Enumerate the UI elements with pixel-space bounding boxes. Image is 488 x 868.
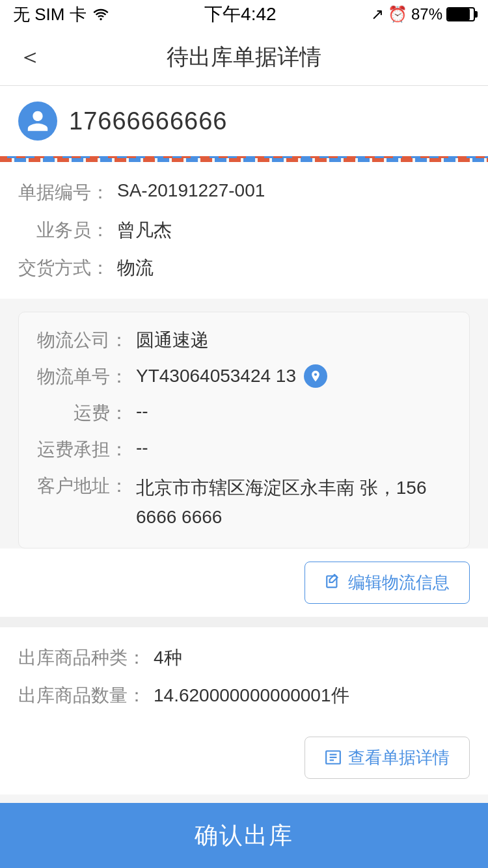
- edit-logistics-button[interactable]: 编辑物流信息: [305, 562, 470, 604]
- status-time: 下午4:42: [204, 2, 277, 27]
- freight-value: --: [136, 401, 451, 422]
- product-quantity-value: 14.620000000000001件: [154, 683, 470, 708]
- alarm-icon: ⏰: [388, 5, 407, 23]
- sales-person-row: 业务员： 曾凡杰: [18, 218, 470, 243]
- doc-number-row: 单据编号： SA-20191227-001: [18, 180, 470, 205]
- freight-bearer-value: --: [136, 437, 451, 458]
- edit-icon: [325, 574, 342, 591]
- logistics-company-value: 圆通速递: [136, 328, 451, 353]
- sales-person-label: 业务员：: [18, 218, 109, 243]
- product-info-section: 出库商品种类： 4种 出库商品数量： 14.620000000000001件: [0, 627, 488, 726]
- status-right: ↗ ⏰ 87%: [371, 5, 475, 23]
- status-bar: 无 SIM 卡 下午4:42 ↗ ⏰ 87%: [0, 0, 488, 29]
- view-details-button[interactable]: 查看单据详情: [305, 737, 470, 779]
- edit-logistics-label: 编辑物流信息: [348, 571, 450, 594]
- product-quantity-label: 出库商品数量：: [18, 683, 146, 708]
- status-left: 无 SIM 卡: [13, 3, 110, 26]
- carrier-text: 无 SIM 卡: [13, 3, 87, 26]
- freight-bearer-label: 运费承担：: [37, 437, 128, 462]
- wifi-icon: [92, 8, 110, 21]
- tracking-number-row: 物流单号： YT43064053424 13: [37, 364, 451, 389]
- basic-info-section: 单据编号： SA-20191227-001 业务员： 曾凡杰 交货方式： 物流: [0, 162, 488, 299]
- address-row: 客户地址： 北京市市辖区海淀区永丰南 张，156 6666 6666: [37, 474, 451, 532]
- battery-icon: [446, 7, 475, 21]
- doc-number-label: 单据编号：: [18, 180, 109, 205]
- address-label: 客户地址：: [37, 474, 128, 498]
- page-title: 待出库单据详情: [167, 42, 321, 72]
- tracking-number-value: YT43064053424 13: [136, 364, 451, 388]
- user-icon: [25, 109, 50, 133]
- location-arrow-icon: ↗: [371, 5, 384, 23]
- product-types-row: 出库商品种类： 4种: [18, 645, 470, 670]
- user-phone: 17666666666: [69, 107, 227, 135]
- logistics-company-label: 物流公司：: [37, 328, 128, 353]
- section-separator: [0, 617, 488, 627]
- product-quantity-row: 出库商品数量： 14.620000000000001件: [18, 683, 470, 708]
- track-location-icon[interactable]: [304, 364, 327, 388]
- address-value: 北京市市辖区海淀区永丰南 张，156 6666 6666: [136, 474, 451, 532]
- logistics-card: 物流公司： 圆通速递 物流单号： YT43064053424 13 运费： --…: [18, 312, 470, 549]
- freight-bearer-row: 运费承担： --: [37, 437, 451, 462]
- view-details-btn-container: 查看单据详情: [0, 726, 488, 794]
- product-types-value: 4种: [154, 645, 470, 670]
- delivery-method-row: 交货方式： 物流: [18, 256, 470, 280]
- list-icon: [325, 749, 342, 766]
- avatar: [18, 102, 57, 141]
- bottom-bar: 确认出库: [0, 803, 488, 868]
- doc-number-value: SA-20191227-001: [117, 180, 470, 201]
- delivery-method-label: 交货方式：: [18, 256, 109, 280]
- confirm-button[interactable]: 确认出库: [195, 820, 293, 852]
- edit-logistics-btn-container: 编辑物流信息: [0, 549, 488, 617]
- delivery-method-value: 物流: [117, 256, 470, 280]
- product-types-label: 出库商品种类：: [18, 645, 146, 670]
- user-header: 17666666666: [0, 86, 488, 158]
- nav-bar: ＜ 待出库单据详情: [0, 29, 488, 86]
- battery-percentage: 87%: [411, 5, 442, 23]
- freight-row: 运费： --: [37, 401, 451, 426]
- back-button[interactable]: ＜: [18, 41, 42, 73]
- tracking-number-label: 物流单号：: [37, 364, 128, 389]
- view-details-label: 查看单据详情: [348, 746, 450, 769]
- sales-person-value: 曾凡杰: [117, 218, 470, 243]
- freight-label: 运费：: [37, 401, 128, 426]
- map-pin-icon: [309, 370, 322, 383]
- logistics-company-row: 物流公司： 圆通速递: [37, 328, 451, 353]
